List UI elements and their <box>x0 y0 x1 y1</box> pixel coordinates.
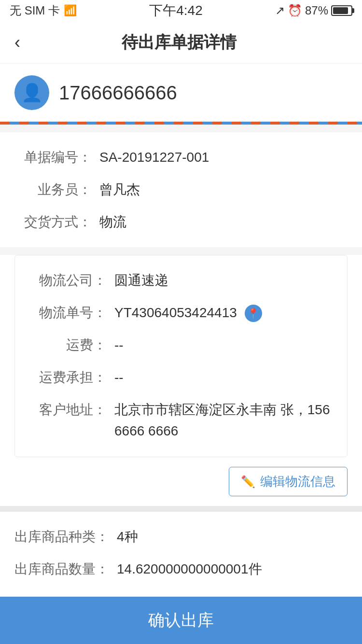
address-label: 客户地址： <box>29 399 107 421</box>
confirm-button-label: 确认出库 <box>148 609 214 631</box>
delivery-row: 交货方式： 物流 <box>14 211 348 233</box>
delivery-value: 物流 <box>99 211 348 233</box>
salesman-value: 曾凡杰 <box>99 179 348 201</box>
tracking-value: YT43064053424413 📍 <box>114 302 333 324</box>
time-label: 下午4:42 <box>149 1 203 20</box>
wifi-icon: 📶 <box>64 4 77 17</box>
nav-bar: ‹ 待出库单据详情 <box>0 21 362 64</box>
battery-fill <box>333 7 348 14</box>
doc-info-section: 单据编号： SA-20191227-001 业务员： 曾凡杰 交货方式： 物流 <box>0 132 362 247</box>
goods-quantity-row: 出库商品数量： 14.620000000000001件 <box>14 559 348 580</box>
delivery-label: 交货方式： <box>14 211 92 233</box>
status-left: 无 SIM 卡 📶 <box>10 3 77 18</box>
salesman-label: 业务员： <box>14 179 92 201</box>
freight-bear-label: 运费承担： <box>29 367 107 389</box>
section-separator <box>0 506 362 512</box>
status-bar: 无 SIM 卡 📶 下午4:42 ↗ ⏰ 87% <box>0 0 362 21</box>
back-button[interactable]: ‹ <box>14 32 20 53</box>
freight-bear-value: -- <box>114 367 333 389</box>
goods-section: 出库商品种类： 4种 出库商品数量： 14.620000000000001件 <box>0 512 362 595</box>
page-title: 待出库单据详情 <box>30 31 328 54</box>
edit-logistics-button[interactable]: ✏️ 编辑物流信息 <box>229 467 348 496</box>
logistics-company-row: 物流公司： 圆通速递 <box>29 270 333 292</box>
logistics-company-label: 物流公司： <box>29 270 107 292</box>
battery-icon <box>331 5 352 16</box>
address-value: 北京市市辖区海淀区永丰南 张，156 6666 6666 <box>114 399 333 443</box>
logistics-wrapper: 物流公司： 圆通速递 物流单号： YT43064053424413 📍 运费： … <box>0 255 362 506</box>
goods-quantity-value: 14.620000000000001件 <box>117 559 348 580</box>
dashed-divider <box>0 122 362 125</box>
user-avatar: 👤 <box>14 75 49 110</box>
doc-number-value: SA-20191227-001 <box>99 147 348 168</box>
tracking-row: 物流单号： YT43064053424413 📍 <box>29 302 333 324</box>
status-right: ↗ ⏰ 87% <box>275 4 352 17</box>
address-row: 客户地址： 北京市市辖区海淀区永丰南 张，156 6666 6666 <box>29 399 333 443</box>
doc-number-label: 单据编号： <box>14 147 92 168</box>
goods-type-row: 出库商品种类： 4种 <box>14 526 348 548</box>
freight-value: -- <box>114 335 333 356</box>
freight-bear-row: 运费承担： -- <box>29 367 333 389</box>
freight-label: 运费： <box>29 335 107 356</box>
battery-percent: 87% <box>305 4 328 17</box>
edit-btn-label: 编辑物流信息 <box>260 473 335 490</box>
goods-type-label: 出库商品种类： <box>14 526 109 548</box>
edit-icon: ✏️ <box>241 475 255 489</box>
logistics-company-value: 圆通速递 <box>114 270 333 292</box>
edit-logistics-row: ✏️ 编辑物流信息 <box>0 457 362 506</box>
location-icon: ↗ <box>275 4 285 17</box>
carrier-label: 无 SIM 卡 <box>10 3 60 18</box>
doc-number-row: 单据编号： SA-20191227-001 <box>14 147 348 168</box>
logistics-section: 物流公司： 圆通速递 物流单号： YT43064053424413 📍 运费： … <box>14 255 348 457</box>
avatar-icon: 👤 <box>21 83 43 103</box>
user-phone: 17666666666 <box>59 82 177 104</box>
alarm-icon: ⏰ <box>288 4 302 17</box>
confirm-button-bar[interactable]: 确认出库 <box>0 597 362 644</box>
goods-type-value: 4种 <box>117 526 348 548</box>
freight-row: 运费： -- <box>29 335 333 356</box>
salesman-row: 业务员： 曾凡杰 <box>14 179 348 201</box>
tracking-label: 物流单号： <box>29 302 107 324</box>
user-header: 👤 17666666666 <box>0 64 362 122</box>
tracking-location-icon[interactable]: 📍 <box>245 305 262 322</box>
goods-quantity-label: 出库商品数量： <box>14 559 109 580</box>
